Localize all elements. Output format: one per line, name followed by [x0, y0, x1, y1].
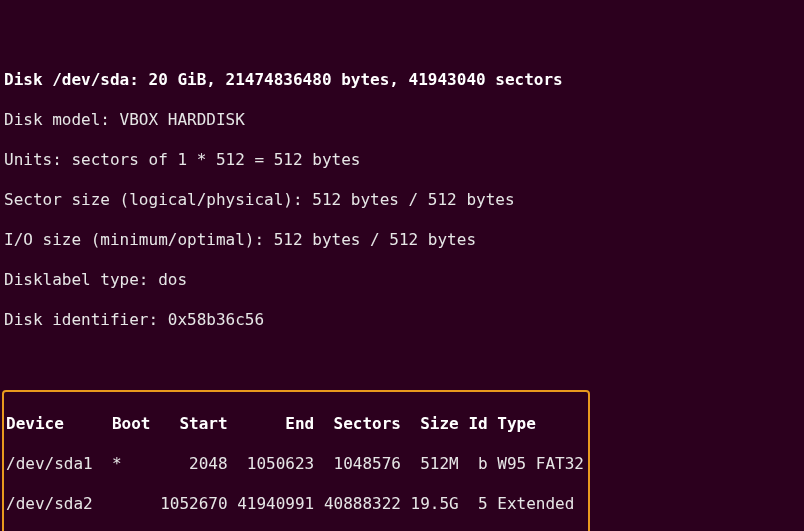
blank-line-top [4, 30, 800, 50]
table-row: /dev/sda2 1052670 41940991 40888322 19.5… [4, 494, 588, 514]
disk-sda-model: Disk model: VBOX HARDDISK [4, 110, 800, 130]
table-row: /dev/sda1 * 2048 1050623 1048576 512M b … [4, 454, 588, 474]
disk-sda-io: I/O size (minimum/optimal): 512 bytes / … [4, 230, 800, 250]
disk-sda-label: Disklabel type: dos [4, 270, 800, 290]
disk-sda-sector: Sector size (logical/physical): 512 byte… [4, 190, 800, 210]
disk-sda-identifier: Disk identifier: 0x58b36c56 [4, 310, 800, 330]
disk-sda-header: Disk /dev/sda: 20 GiB, 21474836480 bytes… [4, 70, 800, 90]
disk-sda-units: Units: sectors of 1 * 512 = 512 bytes [4, 150, 800, 170]
partition-table-header: Device Boot Start End Sectors Size Id Ty… [4, 414, 588, 434]
blank-line [4, 350, 800, 370]
partition-table-highlight: Device Boot Start End Sectors Size Id Ty… [2, 390, 590, 531]
terminal-output: Disk /dev/sda: 20 GiB, 21474836480 bytes… [0, 0, 804, 531]
